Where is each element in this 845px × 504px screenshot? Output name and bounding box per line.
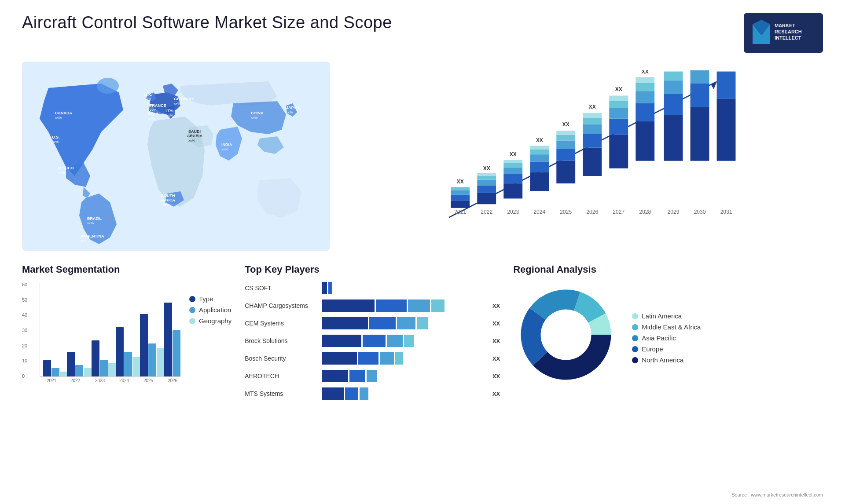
player-bar-bosch	[322, 352, 486, 365]
page-title: Aircraft Control Software Market Size an…	[22, 13, 392, 32]
player-value-bosch: XX	[492, 355, 500, 362]
legend-dot-asia	[632, 335, 638, 341]
segmentation-section: Market Segmentation 60 50 40 30 20 10 0	[22, 264, 231, 431]
svg-text:2030: 2030	[694, 209, 706, 215]
svg-rect-76	[583, 134, 602, 148]
svg-rect-61	[530, 172, 549, 191]
bar-2024: XX 2024	[530, 137, 549, 215]
svg-rect-125	[140, 314, 148, 376]
svg-rect-82	[609, 135, 628, 168]
svg-text:ITALY: ITALY	[166, 109, 177, 113]
segmentation-title: Market Segmentation	[22, 264, 231, 275]
svg-rect-120	[100, 360, 108, 376]
svg-text:2029: 2029	[668, 209, 680, 215]
player-value-mts: XX	[492, 391, 500, 397]
bar-2023: XX 2023	[503, 151, 522, 215]
svg-rect-98	[664, 80, 683, 94]
svg-rect-44	[451, 187, 470, 190]
players-title: Top Key Players	[245, 264, 500, 275]
legend-middle-east: Middle East & Africa	[632, 323, 701, 331]
legend-geography: Geography	[189, 317, 231, 325]
bottom-section: Market Segmentation 60 50 40 30 20 10 0	[22, 264, 823, 431]
players-list: CS SOFT CHAMP Cargosystems XX	[245, 282, 500, 400]
svg-rect-62	[530, 161, 549, 172]
regional-legend: Latin America Middle East & Africa Asia …	[632, 312, 701, 364]
bar-2025: XX 2025	[556, 121, 575, 215]
legend-dot-namerica	[632, 357, 638, 363]
svg-rect-85	[609, 101, 628, 108]
svg-rect-93	[636, 77, 654, 83]
svg-text:XX: XX	[536, 137, 543, 143]
bar-2031: XX 2031	[717, 70, 736, 215]
y-label-60: 60	[22, 282, 27, 287]
svg-text:SPAIN: SPAIN	[148, 112, 160, 116]
legend-europe: Europe	[632, 345, 701, 353]
y-label-40: 40	[22, 312, 27, 318]
bar-2027: XX 2027	[609, 86, 628, 215]
bar-2026: XX 2026	[583, 104, 602, 215]
player-row-mts: MTS Systems XX	[245, 387, 500, 400]
svg-text:2025: 2025	[560, 209, 572, 215]
svg-rect-50	[477, 176, 496, 180]
player-value-cem: XX	[492, 320, 500, 327]
svg-text:2023: 2023	[507, 209, 519, 215]
legend-latin-america: Latin America	[632, 312, 701, 320]
svg-rect-43	[451, 190, 470, 195]
legend-label-geo: Geography	[199, 317, 231, 325]
svg-text:xx%: xx%	[188, 139, 195, 142]
svg-text:xx%: xx%	[251, 116, 257, 120]
source-text: Source : www.marketresearchintellect.com	[731, 492, 823, 497]
svg-rect-102	[691, 107, 709, 161]
svg-text:AFRICA: AFRICA	[160, 198, 175, 202]
svg-text:2021: 2021	[47, 378, 57, 383]
player-value-brock: XX	[492, 338, 500, 344]
svg-rect-92	[636, 83, 654, 91]
player-row-cssoft: CS SOFT	[245, 282, 500, 294]
svg-text:2028: 2028	[639, 209, 651, 215]
svg-rect-122	[116, 327, 124, 376]
svg-rect-90	[636, 103, 654, 121]
svg-rect-42	[451, 195, 470, 201]
svg-rect-114	[51, 368, 59, 376]
svg-text:XX: XX	[457, 179, 464, 185]
svg-text:2026: 2026	[168, 378, 178, 383]
svg-rect-57	[503, 163, 522, 168]
player-name-aerotech: AEROTECH	[245, 373, 317, 380]
regional-title: Regional Analysis	[513, 264, 823, 275]
player-row-brock: Brock Solutions XX	[245, 335, 500, 347]
svg-rect-128	[164, 303, 172, 376]
svg-text:xx%: xx%	[87, 221, 94, 225]
svg-text:2025: 2025	[143, 378, 154, 383]
top-section: CANADA xx% U.S. xx% MEXICO xx% BRAZIL xx…	[22, 62, 823, 251]
logo-svg: MARKET RESEARCH INTELLECT	[748, 18, 819, 48]
legend-label-latin: Latin America	[642, 312, 682, 320]
svg-rect-108	[717, 72, 736, 99]
legend-label-type: Type	[199, 295, 213, 303]
legend-dot-geo	[189, 318, 195, 324]
legend-asia-pacific: Asia Pacific	[632, 334, 701, 342]
legend-dot-europe	[632, 346, 638, 352]
legend-dot-type	[189, 296, 195, 302]
player-bar-cssoft	[322, 282, 500, 294]
svg-text:2022: 2022	[70, 378, 81, 383]
logo: MARKET RESEARCH INTELLECT	[744, 13, 823, 53]
svg-rect-64	[530, 150, 549, 154]
svg-text:INTELLECT: INTELLECT	[775, 35, 801, 40]
svg-rect-47	[477, 193, 496, 205]
svg-text:FRANCE: FRANCE	[150, 103, 166, 108]
svg-text:ARGENTINA: ARGENTINA	[81, 234, 104, 238]
legend-north-america: North America	[632, 356, 701, 364]
svg-text:ARABIA: ARABIA	[187, 134, 202, 138]
y-label-0: 0	[22, 373, 27, 379]
header: Aircraft Control Software Market Size an…	[22, 13, 823, 53]
svg-rect-77	[583, 124, 602, 134]
player-row-bosch: Bosch Security XX	[245, 352, 500, 365]
svg-rect-49	[477, 180, 496, 186]
svg-text:2026: 2026	[586, 209, 598, 215]
y-label-30: 30	[22, 328, 27, 333]
player-bar-mts	[322, 387, 486, 400]
bar-2021: XX 2021	[451, 179, 470, 215]
svg-rect-116	[67, 352, 75, 376]
svg-text:XX: XX	[562, 121, 569, 128]
svg-rect-118	[84, 368, 92, 376]
